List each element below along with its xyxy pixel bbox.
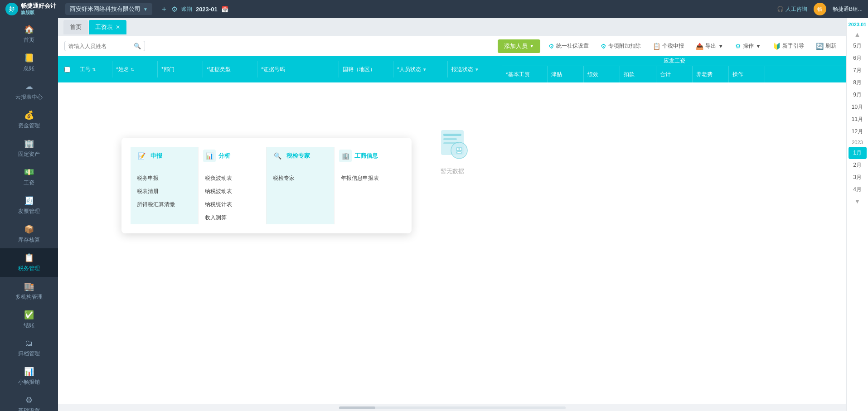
status-filter-icon[interactable]: ▼ xyxy=(422,67,427,72)
refresh-label: 刷新 xyxy=(825,42,836,50)
th-total-label: 合计 xyxy=(660,71,671,78)
calendar-month-8[interactable]: 8月 xyxy=(849,77,867,89)
sidebar-item-settle[interactable]: ✅ 结账 xyxy=(0,305,58,334)
special-deduct-label: 专项附加扣除 xyxy=(608,42,641,50)
th-performance-label: 绩效 xyxy=(587,71,598,78)
individual-tax-label: 个税申报 xyxy=(662,42,684,50)
business-info-cat-label: 工商信息 xyxy=(354,152,378,160)
th-id-no-label: *证据号码 xyxy=(261,66,285,73)
th-name: *姓名 ⇅ xyxy=(112,61,158,77)
sidebar-item-cloud[interactable]: ☁ 云报表中心 xyxy=(0,77,58,106)
right-sidebar: 2023.01 ▲ 5月 6月 7月 8月 9月 10月 11月 12月 202… xyxy=(846,18,868,411)
tab-salary-table[interactable]: 工资表 ✕ xyxy=(89,20,126,34)
popup-item-tax-payment-wave[interactable]: 纳税波动表 xyxy=(203,185,262,198)
select-all-checkbox[interactable] xyxy=(64,67,70,73)
individual-tax-button[interactable]: 📋 个税申报 xyxy=(649,40,688,52)
search-wrap: 🔍 xyxy=(64,41,145,51)
sidebar-item-ledger[interactable]: 📒 总账 xyxy=(0,48,58,77)
sidebar-item-invoice[interactable]: 🧾 发票管理 xyxy=(0,191,58,220)
th-emp-id-label: 工号 xyxy=(80,66,91,73)
popup-category-business-info: 🏢 工商信息 xyxy=(339,147,398,167)
calendar-month-3[interactable]: 3月 xyxy=(849,171,867,184)
sidebar-label-inventory: 库存核算 xyxy=(18,236,40,244)
popup-item-tax-expert[interactable]: 税检专家 xyxy=(271,172,330,185)
sidebar-item-fund[interactable]: 💰 资金管理 xyxy=(0,106,58,134)
add-person-button[interactable]: 添加人员 ▼ xyxy=(498,39,540,53)
add-company-button[interactable]: ＋ xyxy=(160,5,168,14)
export-button[interactable]: 📤 导出 ▼ xyxy=(692,40,727,52)
sidebar-label-ledger: 总账 xyxy=(24,65,34,73)
refresh-button[interactable]: 🔄 刷新 xyxy=(812,40,840,52)
sidebar-item-archive[interactable]: 🗂 归档管理 xyxy=(0,334,58,362)
calendar-month-2[interactable]: 2月 xyxy=(849,159,867,171)
home-icon: 🏠 xyxy=(24,24,34,34)
tax-icon: 📋 xyxy=(24,253,34,263)
popup-item-tax-burden-wave[interactable]: 税负波动表 xyxy=(203,172,262,185)
popup-item-tax-declaration[interactable]: 税务申报 xyxy=(135,172,194,185)
calendar-prev-icon[interactable]: ▲ xyxy=(853,29,863,40)
tabs-bar: 首页 工资表 ✕ xyxy=(58,18,846,36)
social-security-icon: ⚙ xyxy=(548,43,554,50)
new-guide-button[interactable]: 🔰 新手引导 xyxy=(769,40,808,52)
th-pension-label: 养老费 xyxy=(696,71,713,78)
sidebar-item-report[interactable]: 📊 小畅报销 xyxy=(0,362,58,391)
user-name[interactable]: 畅捷通B组... xyxy=(833,5,863,13)
th-name-label: *姓名 xyxy=(116,66,129,73)
sidebar-item-multi[interactable]: 🏬 多机构管理 xyxy=(0,277,58,305)
sidebar-item-inventory[interactable]: 📦 库存核算 xyxy=(0,220,58,248)
special-deduct-button[interactable]: ⚙ 专项附加扣除 xyxy=(597,40,645,52)
sidebar-item-assets[interactable]: 🏢 固定资产 xyxy=(0,134,58,163)
th-checkbox[interactable] xyxy=(58,67,76,73)
tab-home[interactable]: 首页 xyxy=(63,20,88,34)
popup-item-income-tax-settlement[interactable]: 所得税汇算清缴 xyxy=(135,198,194,211)
svg-rect-1 xyxy=(443,134,461,136)
scrollbar-track[interactable] xyxy=(339,406,566,409)
sidebar-label-cloud: 云报表中心 xyxy=(15,93,43,101)
search-input[interactable] xyxy=(68,43,132,49)
special-deduct-icon: ⚙ xyxy=(601,43,606,50)
empty-text: 暂无数据 xyxy=(441,167,464,175)
calendar-month-6[interactable]: 6月 xyxy=(849,52,867,64)
help-button[interactable]: 🎧 人工咨询 xyxy=(777,5,807,13)
calendar-month-11[interactable]: 11月 xyxy=(849,113,867,126)
social-security-button[interactable]: ⚙ 统一社保设置 xyxy=(545,40,592,52)
company-selector[interactable]: 西安虾米网络科技有限公司 ▼ xyxy=(65,3,152,15)
report-status-filter-icon[interactable]: ▼ xyxy=(475,67,479,72)
popup-item-annual-report[interactable]: 年报信息申报表 xyxy=(339,172,398,185)
logo: 好 畅捷通好会计 旗舰版 xyxy=(5,2,56,16)
cloud-icon: ☁ xyxy=(25,82,33,92)
salary-icon: 💵 xyxy=(24,167,34,177)
archive-icon: 🗂 xyxy=(25,338,33,348)
sidebar-item-settings[interactable]: ⚙ 基础设置 xyxy=(0,391,58,411)
calendar-month-12[interactable]: 12月 xyxy=(849,126,867,138)
popup-grid: 📝 申报 税务申报 税表清册 所得税汇算清缴 📊 分析 税负波动表 xyxy=(131,147,402,224)
name-sort-icon[interactable]: ⇅ xyxy=(131,67,134,72)
popup-item-income-estimate[interactable]: 收入测算 xyxy=(203,211,262,224)
sidebar-item-home[interactable]: 🏠 首页 xyxy=(0,20,58,48)
popup-item-tax-statistics[interactable]: 纳税统计表 xyxy=(203,198,262,211)
user-avatar[interactable]: 畅 xyxy=(814,3,826,15)
company-name: 西安虾米网络科技有限公司 xyxy=(70,5,141,13)
popup-col-business-info: 🏢 工商信息 年报信息申报表 xyxy=(335,147,402,224)
export-dropdown-icon: ▼ xyxy=(718,43,723,49)
calendar-next-icon[interactable]: ▼ xyxy=(853,196,863,207)
svg-point-6 xyxy=(457,148,459,150)
calendar-month-10[interactable]: 10月 xyxy=(849,101,867,113)
calendar-month-1[interactable]: 1月 xyxy=(849,147,867,159)
sidebar-item-salary[interactable]: 💵 工资 xyxy=(0,163,58,191)
calendar-month-4[interactable]: 4月 xyxy=(849,184,867,196)
settings-icon[interactable]: ⚙ xyxy=(171,5,178,14)
calendar-icon[interactable]: 📅 xyxy=(221,6,228,13)
scrollbar-area xyxy=(58,404,846,411)
calendar-month-7[interactable]: 7月 xyxy=(849,64,867,77)
emp-id-sort-icon[interactable]: ⇅ xyxy=(92,67,96,72)
th-pension: 养老费 xyxy=(693,66,729,82)
popup-item-tax-table[interactable]: 税表清册 xyxy=(135,185,194,198)
operate-button[interactable]: ⚙ 操作 ▼ xyxy=(732,40,765,52)
calendar-month-5[interactable]: 5月 xyxy=(849,40,867,52)
tab-close-icon[interactable]: ✕ xyxy=(116,24,120,30)
sidebar-item-tax[interactable]: 📋 税务管理 xyxy=(0,248,58,277)
settle-icon: ✅ xyxy=(24,310,34,320)
scrollbar-thumb[interactable] xyxy=(339,406,375,409)
calendar-month-9[interactable]: 9月 xyxy=(849,89,867,101)
